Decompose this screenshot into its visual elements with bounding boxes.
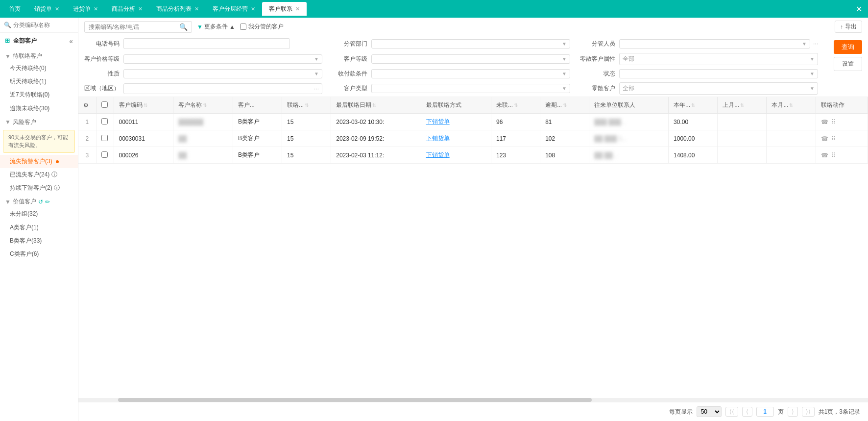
row-select-checkbox-2[interactable] [101,151,108,158]
sidebar-section-value[interactable]: ▼ 价值客户 ↺ ✏ [0,195,78,207]
col-last-month-header[interactable]: 上月...⇅ [718,97,767,114]
sidebar-item-b-class[interactable]: B类客户(33) [0,234,78,248]
col-liaison-header[interactable]: 往来单位联系人 [589,97,669,114]
sidebar-item-today[interactable]: 今天待联络(0) [0,62,78,75]
row-select-checkbox-0[interactable] [101,118,108,124]
tab-bar: 首页 销货单 ✕ 进货单 ✕ 商品分析 ✕ 商品分析列表 ✕ 客户分层经营 ✕ … [0,0,868,18]
row-code-2: 000026 [114,147,173,164]
row-this-year-2: 1408.00 [669,147,718,164]
col-settings[interactable]: ⚙ [78,97,96,114]
tab-analysis[interactable]: 商品分析 ✕ [105,2,149,16]
tab-analysis-list[interactable]: 商品分析列表 ✕ [149,2,206,16]
sort-overdue: ⇅ [563,102,567,108]
col-name-header[interactable]: 客户名称⇅ [173,97,233,114]
tab-sales[interactable]: 销货单 ✕ [27,2,66,16]
value-refresh-icon[interactable]: ↺ [38,198,43,205]
action-more-icon-1[interactable]: ⠿ [831,135,836,142]
payment-arrow: ▼ [562,71,567,76]
page-size-select[interactable]: 50 100 200 [697,406,722,417]
tab-analysis-close[interactable]: ✕ [138,6,143,12]
dept-select[interactable]: ▼ [371,39,570,49]
select-all-checkbox[interactable] [101,101,108,108]
tab-home[interactable]: 首页 [2,2,27,16]
sidebar-search-input[interactable] [13,22,74,28]
tab-purchase-close[interactable]: ✕ [94,6,98,12]
col-last-method-header[interactable]: 最后联络方式 [421,97,491,114]
col-this-year-header[interactable]: 本年...⇅ [669,97,718,114]
action-contact-icon-1[interactable]: ☎ [821,135,828,142]
filter-search-icon[interactable]: 🔍 [179,23,188,31]
filter-search-input[interactable] [89,24,179,30]
page-prev-btn[interactable]: ⟨ [742,407,752,417]
sidebar-section-pending[interactable]: ▼ 待联络客户 [0,49,78,62]
sidebar-item-a-class[interactable]: A类客户(1) [0,221,78,234]
col-type-header[interactable]: 客户... [233,97,282,114]
region-dots[interactable]: ··· [314,85,319,92]
last-method-link-1[interactable]: 下销货单 [426,135,450,142]
table-row: 2 00030031 ██ B类客户 15 2023-02-09 19:52: … [78,130,868,147]
col-code-header[interactable]: 客户编码⇅ [114,97,173,114]
tab-customer-contact[interactable]: 客户联系 ✕ [262,2,307,16]
action-more-icon-0[interactable]: ⠿ [831,119,836,125]
page-first-btn[interactable]: ⟨⟨ [725,407,738,417]
tab-analysis-list-close[interactable]: ✕ [194,6,199,12]
zero-customer-select[interactable]: 全部 ▼ [619,82,818,95]
page-last-btn[interactable]: ⟩⟩ [802,407,815,417]
region-select[interactable]: ··· [123,83,322,94]
row-select-checkbox-1[interactable] [101,135,108,141]
sidebar-all-customers[interactable]: ⊞ 全部客户 « [0,33,78,49]
filter-row-3: 性质 ▼ 收付款条件 ▼ [78,67,824,80]
gender-select[interactable]: ▼ [123,69,322,78]
last-method-link-0[interactable]: 下销货单 [426,118,450,125]
sidebar-collapse-icon[interactable]: « [69,37,73,45]
sidebar-item-churned[interactable]: 已流失客户(24) ⓘ [0,168,78,181]
customer-type-select[interactable]: ▼ [371,84,570,93]
customer-level-select[interactable]: ▼ [371,54,570,64]
status-select[interactable]: ▼ [619,69,818,78]
row-this-month-0 [767,114,816,130]
query-button[interactable]: 查询 [834,40,862,54]
sidebar-item-churn-warning[interactable]: 流失预警客户(3) [0,155,78,168]
action-contact-icon-0[interactable]: ☎ [821,119,828,125]
manager-more-icon[interactable]: ··· [813,40,818,47]
sidebar-section-risk[interactable]: ▼ 风险客户 [0,115,78,128]
row-checkbox-0 [96,114,114,130]
zero-customer-label: 零散客户 [580,84,619,93]
value-edit-icon[interactable]: ✏ [45,198,50,205]
filter-more-btn[interactable]: ▼ 更多条件 ▲ [197,23,235,31]
section-arrow-risk: ▼ [5,119,11,125]
horizontal-scrollbar[interactable] [78,398,868,402]
phone-input[interactable] [123,38,290,49]
tab-customer-tier[interactable]: 客户分层经营 ✕ [206,2,262,16]
tab-customer-contact-close[interactable]: ✕ [295,6,300,12]
export-button[interactable]: ↑ 导出 [835,21,862,33]
sidebar-item-overdue[interactable]: 逾期未联络(30) [0,102,78,115]
sidebar-item-week[interactable]: 近7天待联络(0) [0,88,78,101]
action-contact-icon-2[interactable]: ☎ [821,152,828,159]
last-method-link-2[interactable]: 下销货单 [426,151,450,158]
tab-purchase[interactable]: 进货单 ✕ [66,2,105,16]
page-input[interactable]: 1 [756,407,774,417]
payment-select[interactable]: ▼ [371,69,570,78]
col-last-date-header[interactable]: 最后联络日期⇅ [331,97,421,114]
tab-sales-close[interactable]: ✕ [55,6,59,12]
sidebar-item-tomorrow[interactable]: 明天待联络(1) [0,75,78,88]
action-more-icon-2[interactable]: ⠿ [831,152,836,159]
col-contact-header[interactable]: 联络...⇅ [282,97,331,114]
settings-button[interactable]: 设置 [834,57,862,71]
managed-checkbox[interactable] [240,24,246,30]
tab-customer-tier-close[interactable]: ✕ [251,6,255,12]
zero-attr-select[interactable]: 全部 ▼ [619,53,818,65]
sidebar-item-declining[interactable]: 持续下滑客户(2) ⓘ [0,181,78,195]
price-level-select[interactable]: ▼ [123,54,322,64]
col-unlinked-header[interactable]: 未联...⇅ [491,97,540,114]
sidebar-item-ungrouped[interactable]: 未分组(32) [0,207,78,221]
col-overdue-header[interactable]: 逾期...⇅ [540,97,589,114]
col-this-month-header[interactable]: 本月...⇅ [767,97,816,114]
customer-type-arrow: ▼ [562,86,567,91]
tab-close-all[interactable]: ✕ [852,4,866,14]
manager-select[interactable]: ▼ [619,39,810,49]
sidebar-item-c-class[interactable]: C类客户(6) [0,248,78,261]
page-next-btn[interactable]: ⟩ [788,407,798,417]
scroll-thumb[interactable] [118,398,592,402]
